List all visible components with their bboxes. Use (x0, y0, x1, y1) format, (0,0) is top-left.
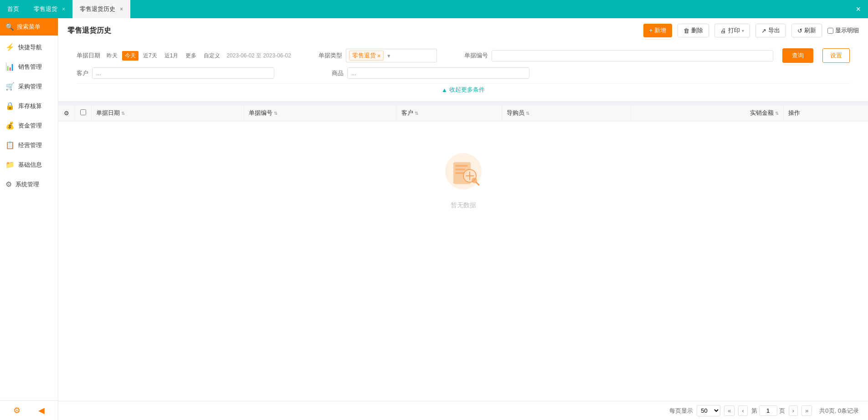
sidebar-item-purchase-mgmt-label: 采购管理 (18, 82, 42, 91)
customer-input[interactable] (92, 67, 274, 79)
date-opt-more[interactable]: 更多 (183, 51, 199, 61)
doc-type-select[interactable]: 零售退货 × ▾ (346, 49, 437, 62)
sidebar-item-quick-nav[interactable]: ⚡ 快捷导航 (0, 37, 58, 57)
th-customer-label: 客户 (401, 109, 413, 117)
show-detail-label: 显示明细 (835, 26, 859, 35)
table-head: ⚙ 单据日期 ⇅ (58, 105, 868, 121)
print-button-label: 打印 (728, 26, 740, 35)
date-opt-1month[interactable]: 近1月 (162, 51, 181, 61)
collapse-button[interactable]: ▲ 收起更多条件 (77, 83, 850, 96)
customer-label: 客户 (77, 69, 88, 77)
doc-no-filter-group: 单据编号 (464, 50, 773, 61)
page-header: 零售退货历史 + 新增 🗑 删除 🖨 打印 ▾ ↗ (58, 18, 868, 102)
empty-text: 暂无数据 (451, 201, 476, 210)
basic-info-icon: 📁 (5, 160, 15, 169)
content-area: 零售退货历史 + 新增 🗑 删除 🖨 打印 ▾ ↗ (58, 18, 868, 420)
sidebar-item-finance[interactable]: 💰 资金管理 (0, 116, 58, 135)
th-customer[interactable]: 客户 ⇅ (396, 105, 502, 121)
goods-input[interactable] (347, 67, 529, 79)
sales-mgmt-icon: 📊 (5, 62, 15, 71)
doc-type-filter-group: 单据类型 零售退货 × ▾ (318, 49, 437, 62)
tab-retail-return-history[interactable]: 零售退货历史 × (72, 0, 130, 18)
settings-bottom-icon[interactable]: ⚙ (13, 405, 21, 415)
page-number-input[interactable] (759, 405, 777, 416)
th-action-label: 操作 (788, 109, 800, 116)
th-guide-sort-icon: ⇅ (526, 111, 529, 116)
per-page-select[interactable]: 50 10 20 100 (697, 405, 720, 416)
th-doc-date[interactable]: 单据日期 ⇅ (91, 105, 244, 121)
window-close-button[interactable]: × (848, 0, 868, 18)
settings-button[interactable]: 设置 (822, 48, 850, 63)
refresh-button[interactable]: ↺ 刷新 (791, 24, 822, 37)
th-checkbox[interactable] (75, 105, 91, 121)
doc-no-label: 单据编号 (464, 51, 488, 60)
inventory-icon: 🔒 (5, 102, 15, 110)
sidebar-item-purchase-mgmt[interactable]: 🛒 采购管理 (0, 77, 58, 96)
tab-home[interactable]: 首页 (0, 0, 26, 18)
doc-no-input[interactable] (492, 50, 773, 61)
last-page-button[interactable]: » (801, 405, 812, 416)
sidebar-item-basic-info[interactable]: 📁 基础信息 (0, 155, 58, 174)
sidebar-item-system-mgmt-label: 系统管理 (15, 180, 39, 189)
collapse-sidebar-icon[interactable]: ◀ (38, 405, 45, 415)
finance-icon: 💰 (5, 121, 15, 130)
prev-page-button[interactable]: ‹ (738, 405, 747, 416)
goods-filter-group: 商品 (332, 67, 560, 79)
date-filter-label: 单据日期 (77, 51, 100, 60)
sidebar-item-quick-nav-label: 快捷导航 (18, 43, 42, 51)
date-opt-yesterday[interactable]: 昨天 (104, 51, 120, 61)
sidebar-item-system-mgmt[interactable]: ⚙ 系统管理 (0, 174, 58, 194)
main-layout: 🔍 搜索菜单 ⚡ 快捷导航 📊 销售管理 🛒 采购管理 🔒 库存核算 💰 (0, 18, 868, 420)
th-doc-no[interactable]: 单据编号 ⇅ (244, 105, 396, 121)
next-page-button[interactable]: › (789, 405, 798, 416)
tab-retail-return-close[interactable]: × (62, 6, 65, 12)
sidebar-item-sales-mgmt-label: 销售管理 (18, 63, 42, 71)
filter-area: 单据日期 昨天 今天 近7天 近1月 更多 自定义 2023-06-02 至 2… (67, 43, 859, 101)
svg-line-9 (476, 182, 479, 185)
th-guide[interactable]: 导购员 ⇅ (502, 105, 631, 121)
sidebar-item-finance-label: 资金管理 (18, 122, 42, 130)
date-opt-today[interactable]: 今天 (122, 51, 139, 61)
sidebar: 🔍 搜索菜单 ⚡ 快捷导航 📊 销售管理 🛒 采购管理 🔒 库存核算 💰 (0, 18, 58, 420)
doc-type-tag-text: 零售退货 (352, 51, 376, 60)
data-table: ⚙ 单据日期 ⇅ (58, 105, 868, 121)
quick-nav-icon: ⚡ (5, 43, 15, 51)
sidebar-bottom: ⚙ ◀ (0, 400, 58, 420)
svg-rect-3 (455, 169, 465, 170)
first-page-button[interactable]: « (724, 405, 734, 416)
export-button-label: 导出 (768, 26, 780, 35)
doc-type-label: 单据类型 (318, 51, 342, 60)
query-button[interactable]: 查询 (782, 48, 813, 63)
delete-button[interactable]: 🗑 删除 (678, 24, 709, 37)
tab-retail-return-label: 零售退货 (34, 5, 57, 13)
show-detail-checkbox[interactable] (827, 28, 833, 34)
sidebar-item-operations[interactable]: 📋 经营管理 (0, 135, 58, 155)
print-chevron-icon: ▾ (742, 28, 744, 33)
new-button[interactable]: + 新增 (643, 24, 672, 37)
print-button[interactable]: 🖨 打印 ▾ (714, 24, 750, 37)
customer-filter-group: 客户 (77, 67, 304, 79)
empty-state: 暂无数据 (58, 121, 868, 237)
sidebar-nav: ⚡ 快捷导航 📊 销售管理 🛒 采购管理 🔒 库存核算 💰 资金管理 📋 (0, 36, 58, 400)
sidebar-search[interactable]: 🔍 搜索菜单 (0, 18, 58, 36)
tab-retail-return-history-close[interactable]: × (120, 6, 123, 12)
select-all-checkbox[interactable] (80, 109, 86, 115)
print-icon: 🖨 (720, 27, 726, 34)
sidebar-item-inventory[interactable]: 🔒 库存核算 (0, 96, 58, 116)
page-info: 第 页 (751, 405, 785, 416)
export-button[interactable]: ↗ 导出 (755, 24, 786, 37)
th-settings[interactable]: ⚙ (58, 105, 75, 121)
th-amount-label: 实销金额 (750, 109, 774, 117)
per-page-label: 每页显示 (669, 407, 693, 415)
sidebar-item-sales-mgmt[interactable]: 📊 销售管理 (0, 57, 58, 77)
show-detail-checkbox-label[interactable]: 显示明细 (827, 26, 859, 35)
th-doc-date-sort-icon: ⇅ (121, 111, 125, 116)
doc-type-tag-close[interactable]: × (377, 52, 381, 59)
tab-retail-return[interactable]: 零售退货 × (26, 0, 72, 18)
th-amount[interactable]: 实销金额 ⇅ (631, 105, 784, 121)
date-opt-7days[interactable]: 近7天 (140, 51, 160, 61)
date-range-display: 2023-06-02 至 2023-06-02 (226, 52, 291, 60)
date-opt-custom[interactable]: 自定义 (201, 51, 223, 61)
th-action: 操作 (784, 105, 868, 121)
column-settings-icon[interactable]: ⚙ (64, 110, 69, 117)
